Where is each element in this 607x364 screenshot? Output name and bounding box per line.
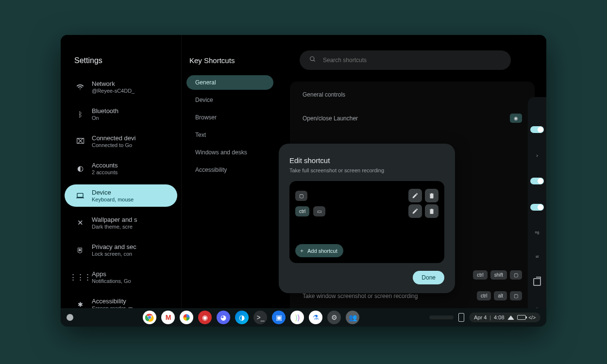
wallpaper-icon: ✕ xyxy=(75,218,85,227)
sidebar-item-label: Device xyxy=(92,189,134,196)
phone-icon[interactable] xyxy=(458,313,464,322)
terminal-app-icon[interactable]: >_ xyxy=(253,311,267,324)
key-chip: ▭ xyxy=(313,206,325,216)
laptop-icon xyxy=(75,193,85,199)
plus-icon: ＋ xyxy=(299,247,304,254)
app-icon-people[interactable]: 👥 xyxy=(346,311,359,324)
shelf-status[interactable]: Apr 4 | 4:08 </> xyxy=(429,313,540,322)
shortcut-label: Take window screenshot or screen recordi… xyxy=(303,293,418,299)
key-chip: ▢ xyxy=(510,270,522,280)
files-app-icon[interactable]: ▣ xyxy=(272,311,286,324)
category-browser[interactable]: Browser xyxy=(186,110,273,125)
sidebar-item-sub: @Reyee-sC4DD_ xyxy=(92,88,135,94)
sidebar-item-sub: Lock screen, con xyxy=(92,251,136,257)
key-chip: ▢ xyxy=(295,191,307,201)
shelf-apps: M ◉ ◕ ◑ >_ ▣ )) ⚗ ⚙ 👥 xyxy=(78,311,424,324)
key-chip: alt xyxy=(494,291,507,300)
battery-icon xyxy=(517,315,526,320)
svg-rect-0 xyxy=(77,193,83,197)
delete-shortcut-button[interactable] xyxy=(425,204,438,218)
key-chip: shift xyxy=(490,270,507,280)
edit-shortcut-button[interactable] xyxy=(408,204,422,218)
add-shortcut-button[interactable]: ＋ Add shortcut xyxy=(295,244,343,257)
delete-shortcut-button[interactable] xyxy=(425,189,438,202)
app-icon-a[interactable]: )) xyxy=(290,311,304,324)
sidebar-item-label: Connected devi xyxy=(92,134,135,142)
account-icon: ◐ xyxy=(75,164,85,173)
status-time: 4:08 xyxy=(494,314,504,320)
sidebar-item-bluetooth[interactable]: ᛒBluetoothOn xyxy=(65,103,177,125)
sidebar-item-label: Apps xyxy=(92,270,131,278)
settings-title: Settings xyxy=(74,56,102,65)
sidebar-item-sub: Dark theme, scre xyxy=(92,224,137,230)
open-external-icon[interactable] xyxy=(533,278,541,286)
sidebar-item-label: Bluetooth xyxy=(92,107,118,115)
dialog-shortcut-row: ctrl▭ xyxy=(295,203,438,219)
dialog-title: Edit shortcut xyxy=(289,156,444,165)
key-chip: ctrl xyxy=(295,206,309,216)
category-device[interactable]: Device xyxy=(186,93,273,107)
sidebar-item-label: Accessibility xyxy=(92,298,133,305)
gmail-app-icon[interactable]: M xyxy=(161,311,175,324)
svg-line-3 xyxy=(314,60,315,62)
key-chip: ctrl xyxy=(477,291,491,300)
search-icon xyxy=(309,56,316,65)
sidebar-item-sub: On xyxy=(92,115,118,121)
shortcut-row[interactable]: Open/close Launcher◉ xyxy=(303,108,522,129)
sidebar-item-connected-devi[interactable]: ⌧Connected deviConnected to Go xyxy=(65,130,177,152)
search-bar[interactable] xyxy=(300,50,511,70)
category-text[interactable]: Text xyxy=(186,128,273,142)
category-accessibility[interactable]: Accessibility xyxy=(186,163,273,177)
sidebar-item-label: Network xyxy=(92,80,135,87)
sidebar-item-sub: Connected to Go xyxy=(92,142,135,148)
toggle-2[interactable] xyxy=(530,178,544,184)
svg-point-2 xyxy=(310,57,314,61)
done-button[interactable]: Done xyxy=(413,271,444,284)
settings-window: — ▢ ✕ — ▢ ✕ Settings Network@Reyee-sC4DD… xyxy=(61,35,546,326)
sidebar-item-device[interactable]: DeviceKeyboard, mouse xyxy=(65,184,177,207)
chrome-app-icon[interactable] xyxy=(143,311,156,324)
sidebar-item-label: Accounts xyxy=(92,162,118,169)
edit-shortcut-button[interactable] xyxy=(408,189,422,202)
key-shortcuts-title: Key Shortcuts xyxy=(182,56,278,75)
key-chip: ctrl xyxy=(473,270,487,280)
edge-app-icon[interactable]: ◑ xyxy=(235,311,249,324)
quick-settings-strip: › ng st › xyxy=(528,97,546,321)
sidebar-item-privacy-and-sec[interactable]: ⛨Privacy and secLock screen, con xyxy=(65,239,177,261)
wifi-icon xyxy=(507,315,514,320)
dev-icon: </> xyxy=(529,315,536,320)
toggle-3[interactable] xyxy=(530,204,544,211)
sidebar-item-apps[interactable]: ⋮⋮⋮AppsNotifications, Go xyxy=(65,266,177,288)
category-general[interactable]: General xyxy=(186,75,273,90)
sidebar-item-accounts[interactable]: ◐Accounts2 accounts xyxy=(65,157,177,180)
status-pill-left[interactable] xyxy=(429,315,454,319)
app-icon-lab[interactable]: ⚗ xyxy=(309,311,322,324)
settings-app-icon[interactable]: ⚙ xyxy=(327,311,341,324)
shortcut-label: Open/close Launcher xyxy=(303,115,358,122)
status-date: Apr 4 xyxy=(474,314,487,320)
key-chip: ▢ xyxy=(510,291,522,300)
key-chip: ◉ xyxy=(510,114,522,123)
sidebar-item-sub: Keyboard, mouse xyxy=(92,197,134,202)
sidebar-item-network[interactable]: Network@Reyee-sC4DD_ xyxy=(65,76,177,98)
category-windows-and-desks[interactable]: Windows and desks xyxy=(186,145,273,160)
chevron-right-icon[interactable]: › xyxy=(536,152,538,158)
search-input[interactable] xyxy=(323,57,501,64)
photos-app-icon[interactable] xyxy=(180,311,193,324)
dialog-subtitle: Take full screenshot or screen recording xyxy=(289,167,444,173)
primary-sidebar: Settings Network@Reyee-sC4DD_ᛒBluetoothO… xyxy=(61,35,181,326)
qlabel-st: st xyxy=(536,254,539,259)
edit-shortcut-dialog: Edit shortcut Take full screenshot or sc… xyxy=(279,144,455,293)
status-date-time[interactable]: Apr 4 | 4:08 </> xyxy=(469,313,540,322)
apps-icon: ⋮⋮⋮ xyxy=(75,273,85,281)
add-shortcut-label: Add shortcut xyxy=(307,248,337,254)
shield-icon: ⛨ xyxy=(75,246,85,254)
svg-point-5 xyxy=(148,316,151,319)
accessibility-icon: ✱ xyxy=(75,301,85,308)
shelf: M ◉ ◕ ◑ >_ ▣ )) ⚗ ⚙ 👥 Apr 4 | 4:08 </> xyxy=(61,308,546,327)
launcher-button[interactable] xyxy=(67,314,73,321)
youtube-music-app-icon[interactable]: ◉ xyxy=(198,311,212,324)
toggle-1[interactable] xyxy=(530,126,544,133)
discord-app-icon[interactable]: ◕ xyxy=(217,311,230,324)
sidebar-item-wallpaper-and-s[interactable]: ✕Wallpaper and sDark theme, scre xyxy=(65,212,177,234)
